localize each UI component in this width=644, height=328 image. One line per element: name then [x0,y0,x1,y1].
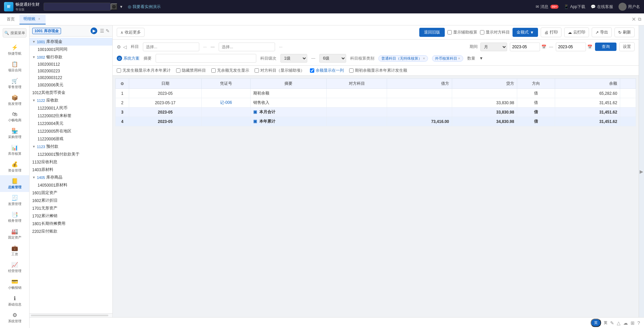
app-download-button[interactable]: 📱 App下载 [564,4,585,10]
cb-balance-single-input[interactable] [310,68,314,73]
print-button[interactable]: 🖨 打印 [541,27,561,37]
sidebar-item-purchase[interactable]: 🏪 采购管理 [0,125,29,142]
sidebar-item-tax[interactable]: 📑 税务管理 [0,209,29,225]
tree-item-1403[interactable]: 1403 原材料 [30,166,112,174]
tree-item-1601[interactable]: 1601 固定资产 [30,189,112,197]
tree-item-1002[interactable]: ▼ 1002 银行存款 [30,53,112,61]
tree-item-10020006[interactable]: 10020006 美元 [30,81,112,89]
sidebar-item-wholesale[interactable]: 📦 批发管理 [0,92,29,109]
top-settings-button[interactable]: ⚙ [111,3,117,10]
query-panel-toggle[interactable]: ▶ [639,25,644,317]
tree-list-view-button[interactable]: ☰ [100,28,104,34]
sidebar-item-invoice[interactable]: 🧾 发票管理 [0,192,29,209]
amount-format-button[interactable]: 金额式 ▼ [513,28,538,37]
level-to-select[interactable]: 6级 5级 [319,54,346,63]
sidebar-item-salary[interactable]: 💼 工资 [0,242,29,259]
sidebar-item-project[interactable]: 📋 项目合同 [0,58,29,75]
tree-item-1702[interactable]: 1702 累计摊销 [30,212,112,220]
refresh-button[interactable]: ↻ 刷新 [614,27,635,37]
status-lang-button[interactable]: 英 [591,319,601,327]
sidebar-item-finance[interactable]: 💰 资金管理 [0,158,29,175]
query-button[interactable]: 查询 [595,43,616,51]
tree-item-10020001[interactable]: 10020001 12 [30,61,112,68]
window-restore-button[interactable]: ⧉ [638,16,641,22]
status-edit-icon[interactable]: ✎ [610,320,614,326]
tag-close-2[interactable]: × [458,57,460,60]
sidebar-item-quick-nav[interactable]: ⚡ 快捷导航 [0,42,29,58]
quantity-dropdown-button[interactable]: ▼ [479,56,483,61]
sidebar-item-sales[interactable]: 💳 小畅报销 [0,276,29,292]
subject-filter-input[interactable] [143,43,199,51]
tree-item-11220001[interactable]: 11220001 人民币 [30,104,112,112]
status-help-icon[interactable]: ? [637,320,640,326]
period-end-input[interactable] [556,43,586,51]
tab-detail-close[interactable]: × [37,17,42,21]
cb-no-balance-input[interactable] [117,68,121,73]
summary-input[interactable] [156,54,256,63]
sidebar-item-retail[interactable]: 🛒 零售管理 [0,75,29,92]
tree-item-1001[interactable]: ▼ 1001 库存现金 [30,38,112,46]
return-old-version-button[interactable]: 退回旧版 [419,28,445,37]
tree-item-11230001[interactable]: 11230001 预付款款美于 [30,150,112,158]
status-upload-icon[interactable]: △ [617,320,621,326]
scheme-link[interactable]: 系统方案 [123,56,140,61]
user-area[interactable]: 用户名 [619,3,640,11]
tab-detail[interactable]: 明细账 × [19,14,46,24]
top-search-input[interactable] [44,3,111,11]
settings-small-button[interactable]: 设置 [619,42,635,51]
tree-item-1801[interactable]: 1801 长期待摊费用 [30,220,112,227]
cb-hide-disabled-input[interactable] [176,68,180,73]
top-nav-down-button[interactable]: ▼ [117,4,125,9]
demo-link[interactable]: ◎ 我要看实例演示 [128,4,161,10]
sidebar-item-agreement[interactable]: 🤝 企业协同 [0,326,29,328]
account-nav-forward-button[interactable]: ▶ [91,27,97,34]
cell-voucher[interactable]: 记-006 [202,98,251,108]
sidebar-item-system[interactable]: ⚙ 系统管理 [0,309,29,326]
cb-no-balance-show-input[interactable] [211,68,216,73]
window-close-button[interactable]: ✕ [632,16,636,22]
cloud-print-button[interactable]: ☁ 云打印 [564,27,589,37]
tree-item-1405[interactable]: ▼ 1405 库存商品 [30,174,112,181]
tree-item-10010001[interactable]: 10010001 同同同 [30,46,112,53]
period-start-input[interactable] [510,43,540,51]
tree-edit-button[interactable]: ✎ [106,28,110,34]
period-type-select[interactable]: 月 年 季 [480,43,507,51]
tree-item-11220006[interactable]: 11220006 游戏 [30,135,112,143]
cb-opposite-input[interactable] [255,68,259,73]
show-opposite-checkbox[interactable] [480,30,484,35]
status-grid-icon[interactable]: ⊞ [631,320,635,326]
sidebar-item-operations[interactable]: 📈 经营管理 [0,259,29,276]
collapse-more-button[interactable]: ∧ 收起更多 [117,28,145,37]
sidebar-item-ecommerce[interactable]: 🛍 小畅电商 [0,109,29,125]
voucher-link[interactable]: 记-006 [220,100,232,105]
online-service-button[interactable]: 💬 在线客服 [591,4,613,10]
tree-item-11220002[interactable]: 11220002 往来标签 [30,112,112,120]
horizontal-scrollbar[interactable] [31,315,108,316]
tree-item-1602[interactable]: 1602 累计折旧 [30,197,112,204]
show-aux-checkbox[interactable] [447,30,452,35]
tree-item-1122[interactable]: ▼ 1122 应收款 [30,96,112,104]
tag-close-1[interactable]: × [423,57,425,60]
col-header-settings[interactable]: ⚙ [116,79,129,89]
level-from-select[interactable]: 1级 2级 [280,54,307,63]
status-cloud-icon[interactable]: ☁ [623,320,628,326]
filter-collapse-button[interactable]: ◁ [123,44,127,50]
status-lang-text[interactable]: 英 [604,320,607,325]
tab-home[interactable]: 首页 [3,14,19,24]
export-button[interactable]: ↗ 导出 [592,27,612,37]
tree-item-2202[interactable]: 2202 应付账款 [30,227,112,235]
filter-settings-icon-button[interactable]: ⚙ [117,44,121,50]
cb-opening-balance-input[interactable] [349,68,354,73]
sidebar-item-ledger[interactable]: 📒 总账管理 [0,175,29,192]
tree-item-1701[interactable]: 1701 无形资产 [30,204,112,212]
tree-item-10020002[interactable]: 10020002 23 [30,68,112,74]
sidebar-item-inventory[interactable]: 📊 库存核算 [0,142,29,158]
tree-item-11220004[interactable]: 11220004 美元 [30,120,112,127]
tree-item-1123[interactable]: ▼ 1123 预付款 [30,143,112,150]
tree-item-14050001[interactable]: 14050001 原材料 [30,181,112,189]
sidebar-search-button[interactable]: 🔍 搜索菜单 [3,28,26,38]
message-button[interactable]: ✉ 消息 99+ [536,4,558,10]
sidebar-item-fixed-assets[interactable]: 🏭 固定资产 [0,225,29,242]
tree-item-10020003[interactable]: 10020003 122 [30,74,112,81]
tree-item-11220005[interactable]: 11220005 所在地区 [30,127,112,135]
